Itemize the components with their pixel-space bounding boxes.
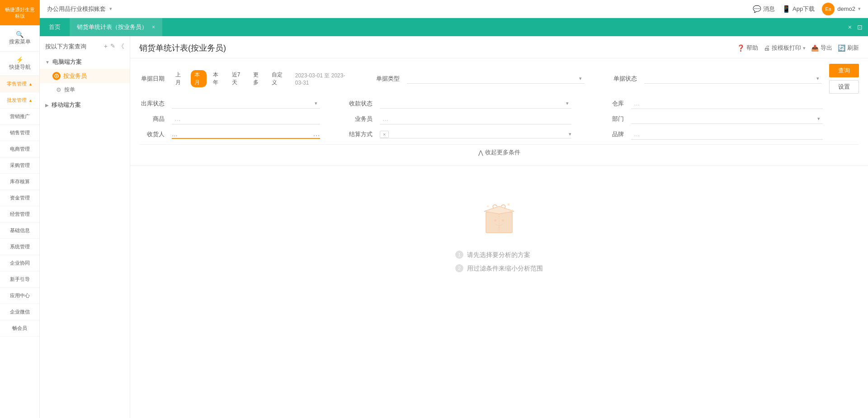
filter-item-brand: 品牌 …	[599, 129, 823, 140]
refresh-action[interactable]: 🔄 刷新	[838, 44, 859, 52]
receiver-label: 收货人	[139, 130, 165, 138]
tab-home[interactable]: 首页	[40, 18, 70, 36]
sidebar-item-corpwechat[interactable]: 企业微信	[0, 304, 39, 320]
collapse-bar: ⋀ 收起更多条件	[139, 144, 859, 160]
sidebar-item-purchase[interactable]: 采购管理	[0, 157, 39, 174]
help-label: 帮助	[746, 44, 758, 52]
sidebar-item-newbie[interactable]: 新手引导	[0, 271, 39, 288]
export-label: 导出	[821, 44, 832, 52]
date-btn-custom[interactable]: 自定义	[268, 70, 288, 87]
date-range-text: 2023-03-01 至 2023-03-31	[295, 72, 347, 86]
scheme-group-desktop-header[interactable]: ▼ 电脑端方案	[40, 55, 130, 69]
newbie-label: 新手引导	[10, 276, 30, 283]
collapse-panel-btn[interactable]: 《	[118, 43, 124, 51]
date-btn-this-year[interactable]: 本年	[209, 70, 226, 87]
sidebar-item-retail[interactable]: 零售管理 ▲	[0, 76, 39, 92]
sidebar-shortcut[interactable]: ⚡ 快捷导航	[0, 52, 39, 76]
filter-item-product: 商品 …	[139, 114, 320, 124]
sidebar-item-basic[interactable]: 基础信息	[0, 223, 39, 239]
tab-sales-stats-label: 销货单统计表（按业务员）	[77, 23, 147, 31]
breadcrumb-arrow[interactable]: ▾	[109, 6, 112, 12]
receiver-input[interactable]	[172, 131, 311, 138]
sidebar-item-wholesale[interactable]: 批发管理 ▲	[0, 92, 39, 109]
filter-item-salesman: 业务员 …	[347, 114, 571, 124]
sidebar-search[interactable]: 🔍 搜索菜单	[0, 25, 39, 52]
empty-step2: 2	[455, 264, 463, 272]
doc-type-select[interactable]: ▾	[407, 74, 585, 84]
tab-bar: 首页 销货单统计表（按业务员） × × ⊡	[40, 18, 868, 36]
page-title: 销货单统计表(按业务员)	[139, 43, 226, 53]
edit-scheme-btn[interactable]: ✎	[110, 43, 115, 51]
brand-select[interactable]: …	[631, 129, 823, 140]
sidebar-item-ecommerce[interactable]: 电商管理	[0, 141, 39, 157]
filter-item-doc-type: 单据类型 ▾	[374, 74, 585, 84]
date-btn-more[interactable]: 更多	[250, 70, 266, 87]
filter-row-3: 商品 … 业务员 …	[139, 114, 859, 124]
date-btn-last-7days[interactable]: 近7天	[228, 70, 247, 87]
filter-item-date: 单据日期 上月 本月 本年 近7天 更多 自定义 2023-03-01 至 20…	[139, 70, 347, 87]
ecommerce-label: 电商管理	[10, 146, 30, 152]
empty-text: 1 请先选择要分析的方案 2 用过滤条件来缩小分析范围	[455, 247, 543, 276]
settlement-tag-close[interactable]: ×	[383, 132, 386, 137]
ship-status-select[interactable]: ▾	[172, 99, 320, 109]
date-btn-last-month[interactable]: 上月	[172, 70, 188, 87]
filter-action-col: 查询 设置	[822, 64, 859, 94]
receiver-dots[interactable]: …	[313, 130, 320, 138]
product-label: 商品	[139, 115, 165, 123]
scheme-item-by-order[interactable]: ⚙ 按单	[40, 83, 130, 96]
tab-restore-btn[interactable]: ⊡	[855, 22, 864, 33]
app-download-label: App下载	[793, 5, 815, 13]
sidebar-item-system[interactable]: 系统管理	[0, 239, 39, 255]
tab-close-btn[interactable]: ×	[152, 24, 155, 30]
svg-point-4	[507, 204, 509, 206]
message-label: 消息	[763, 5, 775, 13]
doc-status-label: 单据状态	[612, 75, 637, 83]
message-action[interactable]: 💬 消息	[753, 5, 775, 13]
sidebar-item-sales[interactable]: 销售管理	[0, 125, 39, 141]
sidebar-item-operations[interactable]: 经营管理	[0, 206, 39, 223]
department-select[interactable]: ▾	[631, 114, 823, 124]
query-panel-title: 按以下方案查询	[45, 43, 86, 51]
sidebar-item-inventory[interactable]: 库存核算	[0, 174, 39, 190]
tab-close-window-btn[interactable]: ×	[846, 22, 854, 33]
logo-subtext: 标版	[15, 13, 25, 19]
query-btn[interactable]: 查询	[829, 64, 859, 77]
sidebar-logo: 畅捷通好生意 标版	[0, 0, 40, 25]
date-btn-this-month[interactable]: 本月	[191, 70, 207, 87]
salesman-value: …	[382, 115, 569, 122]
tab-home-label: 首页	[49, 23, 61, 31]
system-label: 系统管理	[10, 243, 30, 250]
scheme-item-by-salesman[interactable]: 按业务员	[40, 69, 130, 83]
export-action[interactable]: 📤 导出	[811, 44, 832, 52]
user-menu[interactable]: Ea demo2 ▾	[822, 3, 861, 15]
mobile-group-label: 移动端方案	[52, 101, 81, 109]
print-action[interactable]: 🖨 按模板打印 ▾	[764, 44, 806, 52]
filter-row-4: 收货人 … 结算方式	[139, 129, 859, 140]
breadcrumb-text: 办公用品行业模拟账套	[47, 5, 106, 13]
sidebar-item-finance[interactable]: 资金管理	[0, 190, 39, 206]
add-scheme-btn[interactable]: +	[104, 43, 108, 51]
salesman-select[interactable]: …	[380, 114, 571, 124]
scheme-group-mobile-header[interactable]: ▶ 移动端方案	[40, 98, 130, 112]
refresh-label: 刷新	[847, 44, 859, 52]
doc-status-select[interactable]: ▾	[644, 74, 822, 84]
settlement-tag: ×	[380, 131, 389, 138]
payment-status-select[interactable]: ▾	[380, 99, 571, 109]
empty-hint1: 请先选择要分析的方案	[467, 248, 530, 261]
warehouse-select[interactable]: …	[631, 98, 823, 109]
help-action[interactable]: ❓ 帮助	[737, 44, 758, 52]
tab-sales-stats[interactable]: 销货单统计表（按业务员） ×	[70, 18, 162, 36]
settings-btn[interactable]: 设置	[829, 80, 859, 94]
sidebar-item-marketing[interactable]: 营销推广	[0, 109, 39, 125]
retail-arrow: ▲	[28, 82, 33, 86]
sidebar-item-corp[interactable]: 企业协同	[0, 255, 39, 271]
sidebar-item-member[interactable]: 畅会员	[0, 320, 39, 337]
collapse-btn[interactable]: ⋀ 收起更多条件	[478, 148, 520, 157]
filter-area: 单据日期 上月 本月 本年 近7天 更多 自定义 2023-03-01 至 20…	[130, 58, 868, 166]
print-dropdown-icon: ▾	[803, 45, 806, 51]
empty-hint2: 用过滤条件来缩小分析范围	[467, 262, 543, 275]
payment-status-label: 收款状态	[347, 100, 373, 108]
app-download-action[interactable]: 📱 App下载	[782, 5, 815, 13]
sidebar-item-appstore[interactable]: 应用中心	[0, 288, 39, 304]
product-select[interactable]: …	[172, 114, 320, 124]
